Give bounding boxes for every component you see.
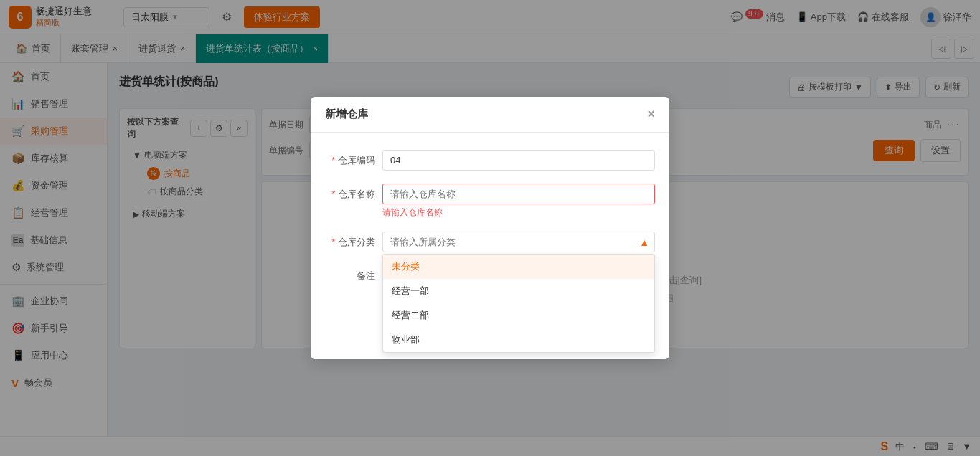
remarks-label: 备注 (325, 265, 382, 282)
dropdown-item-dept2[interactable]: 经营二部 (383, 303, 654, 328)
modal-body: * 仓库编码 * 仓库名称 请输入仓库名称 (311, 133, 669, 313)
form-row-name: * 仓库名称 请输入仓库名称 (325, 184, 655, 219)
category-dropdown-arrow[interactable]: ▲ (639, 237, 649, 248)
warehouse-name-error: 请输入仓库名称 (382, 206, 655, 219)
warehouse-category-input[interactable] (382, 232, 655, 252)
warehouse-name-input[interactable] (382, 184, 655, 204)
modal-header: 新增仓库 × (311, 97, 669, 133)
warehouse-category-wrap: ▲ 未分类 经营一部 经营二部 物业部 (382, 232, 655, 252)
warehouse-name-label: * 仓库名称 (325, 184, 382, 201)
modal-title: 新增仓库 (325, 108, 368, 121)
dropdown-item-dept1[interactable]: 经营一部 (383, 279, 654, 303)
form-row-code: * 仓库编码 (325, 150, 655, 171)
modal-overlay: 新增仓库 × * 仓库编码 * 仓库名称 (0, 0, 980, 456)
dropdown-item-unclassified[interactable]: 未分类 (383, 255, 654, 279)
category-dropdown-list: 未分类 经营一部 经营二部 物业部 (382, 254, 655, 353)
warehouse-code-label: * 仓库编码 (325, 150, 382, 167)
warehouse-code-wrap (382, 150, 655, 171)
dropdown-item-property[interactable]: 物业部 (383, 328, 654, 352)
modal-new-warehouse: 新增仓库 × * 仓库编码 * 仓库名称 (311, 97, 669, 359)
form-row-category: * 仓库分类 ▲ 未分类 经营一部 经营二部 物业部 (325, 232, 655, 252)
warehouse-code-input[interactable] (382, 150, 655, 171)
modal-close-btn[interactable]: × (647, 107, 655, 122)
warehouse-name-wrap: 请输入仓库名称 (382, 184, 655, 219)
warehouse-category-label: * 仓库分类 (325, 232, 382, 249)
